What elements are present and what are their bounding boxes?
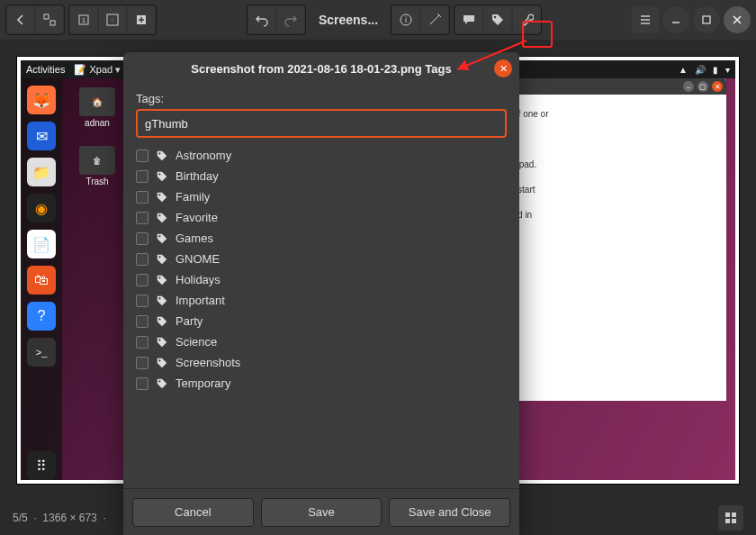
tag-item[interactable]: Screenshots	[136, 352, 507, 373]
tag-item[interactable]: Holidays	[136, 269, 507, 290]
checkbox[interactable]	[136, 212, 148, 224]
network-icon: ▲	[679, 65, 688, 75]
tag-label: Birthday	[176, 169, 219, 183]
cancel-button[interactable]: Cancel	[132, 498, 254, 527]
checkbox[interactable]	[136, 295, 148, 307]
checkbox[interactable]	[136, 170, 148, 183]
redo-button[interactable]	[277, 6, 304, 33]
svg-point-8	[494, 16, 496, 18]
svg-point-23	[158, 339, 160, 340]
svg-text:i: i	[405, 15, 407, 24]
tag-icon	[156, 253, 168, 266]
desktop-dock: 🦊 ✉ 📁 ◉ 📄 🛍 ? >_ ⠿	[21, 78, 62, 480]
tag-label: Temporary	[176, 376, 230, 390]
tag-label: Holidays	[176, 273, 220, 286]
checkbox[interactable]	[136, 357, 148, 369]
edit-button[interactable]	[421, 6, 448, 33]
tag-label: Astronomy	[176, 149, 231, 162]
checkbox[interactable]	[136, 315, 148, 328]
svg-point-17	[158, 214, 160, 216]
svg-point-14	[158, 152, 160, 154]
thunderbird-icon: ✉	[27, 122, 56, 150]
svg-point-18	[158, 235, 160, 237]
trash-folder: 🗑Trash	[75, 146, 120, 186]
tag-icon	[156, 274, 168, 286]
svg-rect-10	[725, 512, 730, 517]
checkbox[interactable]	[136, 253, 148, 266]
tag-item[interactable]: Family	[136, 186, 507, 207]
svg-point-25	[158, 380, 160, 382]
tag-item[interactable]: Important	[136, 290, 507, 311]
fit-button[interactable]: 1	[70, 6, 97, 33]
tag-icon	[156, 295, 168, 307]
window-title: Screens...	[310, 13, 387, 27]
xpad-close-icon: ✕	[712, 81, 723, 92]
dialog-close-button[interactable]: ✕	[494, 59, 512, 77]
svg-point-20	[158, 277, 160, 278]
checkbox[interactable]	[136, 377, 148, 390]
close-button[interactable]	[724, 6, 751, 33]
svg-rect-12	[725, 519, 730, 523]
save-close-button[interactable]: Save and Close	[389, 498, 510, 527]
comment-button[interactable]	[455, 6, 482, 33]
thumbnails-button[interactable]	[718, 505, 743, 530]
tag-label: Favorite	[176, 211, 218, 224]
apps-grid-icon: ⠿	[27, 451, 56, 480]
firefox-icon: 🦊	[27, 86, 56, 114]
terminal-icon: >_	[27, 338, 56, 367]
checkbox[interactable]	[136, 274, 148, 286]
files-icon: 📁	[27, 158, 56, 186]
tag-label: Family	[176, 190, 210, 204]
tag-item[interactable]: Science	[136, 331, 507, 352]
tag-icon	[156, 212, 168, 224]
home-folder: 🏠adnan	[75, 87, 120, 128]
xpad-maximize-icon: ▢	[698, 81, 708, 92]
undo-button[interactable]	[248, 6, 275, 33]
tag-item[interactable]: Favorite	[136, 207, 507, 228]
tag-icon	[156, 315, 168, 328]
tags-dialog: Screenshot from 2021-08-16 18-01-23.png …	[123, 52, 519, 535]
volume-icon: 🔊	[695, 65, 706, 75]
svg-text:1: 1	[82, 16, 86, 24]
svg-point-16	[158, 194, 160, 195]
tag-item[interactable]: Party	[136, 311, 507, 331]
tag-label: Important	[176, 294, 225, 307]
fullscreen-button[interactable]	[36, 6, 63, 33]
tag-label: Science	[176, 335, 217, 349]
tag-label: Screenshots	[176, 356, 240, 369]
tag-item[interactable]: Birthday	[136, 166, 507, 186]
menu-button[interactable]	[632, 6, 659, 33]
tag-item[interactable]: Astronomy	[136, 145, 507, 166]
tag-item[interactable]: GNOME	[136, 249, 507, 269]
properties-button[interactable]: i	[392, 6, 419, 33]
tags-label: Tags:	[136, 92, 507, 105]
maximize-button[interactable]	[693, 6, 720, 33]
checkbox[interactable]	[136, 150, 148, 162]
tags-button[interactable]	[484, 6, 511, 33]
svg-point-21	[158, 297, 160, 299]
tag-icon	[156, 150, 168, 162]
battery-icon: ▮	[713, 65, 718, 75]
tag-label: Party	[176, 314, 202, 328]
zoom-fit-button[interactable]	[99, 6, 126, 33]
tag-label: Games	[176, 231, 213, 245]
svg-rect-9	[703, 16, 710, 23]
svg-point-15	[158, 173, 160, 175]
checkbox[interactable]	[136, 336, 148, 349]
tag-item[interactable]: Games	[136, 228, 507, 249]
tag-label: GNOME	[176, 252, 220, 266]
checkbox[interactable]	[136, 232, 148, 245]
back-button[interactable]	[7, 6, 34, 33]
minimize-button[interactable]	[662, 6, 689, 33]
checkbox[interactable]	[136, 191, 148, 204]
software-icon: 🛍	[27, 266, 56, 295]
tag-input[interactable]	[136, 109, 507, 138]
tag-icon	[156, 357, 168, 369]
save-button[interactable]: Save	[261, 498, 382, 527]
tag-icon	[156, 170, 168, 183]
tools-button[interactable]	[513, 6, 540, 33]
tag-item[interactable]: Temporary	[136, 373, 507, 394]
tag-icon	[156, 232, 168, 245]
xpad-minimize-icon: –	[683, 81, 694, 92]
zoom-in-button[interactable]	[128, 6, 155, 33]
